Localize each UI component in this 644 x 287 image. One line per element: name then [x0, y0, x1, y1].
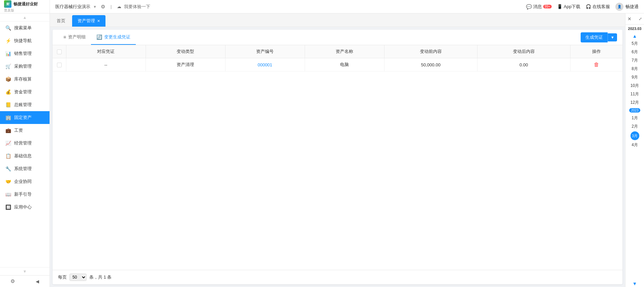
sub-tabs-bar: ≡ 资产明细 🔄 变更生成凭证 生成凭证 ▼ — [53, 30, 622, 45]
month-3-active[interactable]: 3月 — [625, 131, 644, 141]
th-asset-number: 资产编号 — [225, 45, 305, 58]
sidebar-item-search[interactable]: 🔍 搜索菜单 — [0, 22, 50, 34]
row-checkbox[interactable] — [57, 63, 62, 67]
month-4[interactable]: 4月 — [625, 141, 644, 149]
company-dropdown-icon[interactable]: ▼ — [93, 5, 97, 9]
sub-tab-asset-detail-label: 资产明细 — [68, 34, 86, 40]
sidebar-item-operations[interactable]: 📈 经营管理 — [0, 137, 50, 150]
sub-tab-asset-detail[interactable]: ≡ 资产明细 — [58, 30, 91, 45]
close-right-panel-icon[interactable]: ✕ — [627, 16, 632, 22]
th-action: 操作 — [570, 45, 622, 58]
online-service-button[interactable]: 🎧 在线客服 — [586, 4, 610, 10]
logo-area: 财 畅捷通好业财 普及版 — [0, 0, 50, 13]
month-9[interactable]: 9月 — [625, 73, 644, 82]
phone-icon: 📱 — [557, 4, 562, 9]
messages-button[interactable]: 💬 消息 99+ — [526, 4, 552, 10]
sidebar-item-label: 固定资产 — [14, 115, 32, 121]
col-voucher-label: 对应凭证 — [97, 49, 115, 54]
salary-icon: 💼 — [5, 128, 11, 133]
td-after-change: 0.00 — [477, 58, 570, 71]
sidebar-scroll-up[interactable]: ▲ — [0, 13, 50, 22]
sidebar-item-app-center[interactable]: 🔲 应用中心 — [0, 201, 50, 214]
month-2[interactable]: 2月 — [625, 122, 644, 131]
select-all-checkbox[interactable] — [57, 50, 62, 54]
user-profile[interactable]: 👤 畅捷通 — [615, 3, 639, 11]
online-service-label: 在线客服 — [592, 4, 610, 10]
generate-voucher-button[interactable]: 生成凭证 — [581, 32, 608, 42]
search-icon: 🔍 — [5, 25, 11, 31]
month-12[interactable]: 12月 — [625, 98, 644, 107]
month-5[interactable]: 5月 — [625, 39, 644, 48]
sidebar-item-label: 系统管理 — [14, 166, 32, 172]
td-asset-name: 电脑 — [305, 58, 384, 71]
expand-right-panel-icon[interactable]: ⤢ — [639, 17, 642, 21]
purchase-icon: 🛒 — [5, 64, 11, 69]
sidebar-item-salary[interactable]: 💼 工资 — [0, 124, 50, 137]
table-body: -- 资产清理 000001 电脑 — [53, 58, 622, 71]
fixed-assets-icon: 🏢 — [5, 115, 11, 120]
year-divider-2023: 2023 — [625, 107, 644, 114]
experience-text[interactable]: 我要体验一下 — [124, 4, 150, 10]
right-panel-nav-down[interactable]: ▼ — [625, 280, 644, 287]
settings-button[interactable]: ⚙ — [10, 278, 15, 284]
delete-row-icon[interactable]: 🗑 — [594, 62, 599, 67]
sub-tabs-right: 生成凭证 ▼ — [581, 32, 617, 42]
sidebar-item-finance[interactable]: 💰 资金管理 — [0, 86, 50, 98]
sidebar-item-fixed-assets[interactable]: 🏢 固定资产 — [0, 111, 50, 124]
sidebar-item-label: 销售管理 — [14, 51, 32, 57]
month-8[interactable]: 8月 — [625, 65, 644, 73]
th-change-type: 变动类型 — [146, 45, 225, 58]
month-10[interactable]: 10月 — [625, 82, 644, 90]
dropdown-arrow-icon: ▼ — [611, 35, 614, 39]
month-1[interactable]: 1月 — [625, 114, 644, 122]
tutorial-icon: 📖 — [5, 192, 11, 197]
col-change-type-label: 变动类型 — [177, 49, 194, 54]
month-7[interactable]: 7月 — [625, 56, 644, 65]
basic-info-icon: 📋 — [5, 153, 11, 159]
sidebar-item-sales[interactable]: 📊 销售管理 — [0, 47, 50, 60]
sidebar-scroll-down[interactable]: ▼ — [0, 267, 50, 275]
sidebar-item-basic-info[interactable]: 📋 基础信息 — [0, 150, 50, 162]
sidebar-item-tutorial[interactable]: 📖 新手引导 — [0, 188, 50, 201]
system-icon: 🔧 — [5, 166, 11, 171]
td-checkbox — [53, 58, 66, 71]
col-action-label: 操作 — [592, 49, 601, 54]
tab-asset-management[interactable]: 资产管理 ✕ — [72, 15, 105, 27]
service-icon: 🎧 — [586, 4, 591, 9]
row-voucher: -- — [104, 62, 108, 67]
right-panel-nav-up[interactable]: ▲ — [625, 33, 644, 39]
right-panel: ✕ ⤢ 2023.03 ▲ 5月 6月 7月 — [625, 13, 644, 287]
collapse-sidebar-button[interactable]: ◀ — [36, 279, 39, 284]
active-month-badge: 3月 — [631, 131, 639, 140]
sidebar-item-ledger[interactable]: 📒 总账管理 — [0, 98, 50, 111]
sidebar-item-label: 工资 — [14, 127, 23, 133]
close-tab-icon[interactable]: ✕ — [97, 19, 100, 23]
total-label: 条，共 1 条 — [89, 274, 112, 280]
company-name[interactable]: 医疗器械行业演示 — [55, 4, 90, 10]
month-11[interactable]: 11月 — [625, 90, 644, 98]
per-page-select[interactable]: 20 50 100 — [69, 274, 87, 281]
sidebar-item-purchase[interactable]: 🛒 采购管理 — [0, 60, 50, 73]
sub-tab-generate-voucher[interactable]: 🔄 变更生成凭证 — [91, 30, 136, 45]
message-icon: 💬 — [526, 4, 532, 9]
month-6[interactable]: 6月 — [625, 48, 644, 56]
table-wrapper: 对应凭证 变动类型 资产编号 资产名称 — [53, 45, 622, 270]
app-download-label: App下载 — [564, 4, 580, 10]
chevron-down-icon: ▼ — [23, 269, 27, 274]
generate-voucher-dropdown-button[interactable]: ▼ — [608, 33, 617, 41]
sidebar-item-system[interactable]: 🔧 系统管理 — [0, 162, 50, 175]
th-checkbox — [53, 45, 66, 58]
messages-label: 消息 — [533, 4, 542, 10]
row-asset-number[interactable]: 000001 — [257, 62, 272, 67]
panel-down-icon: ▼ — [633, 281, 637, 286]
topbar-right: 💬 消息 99+ 📱 App下载 🎧 在线客服 👤 畅捷通 — [521, 3, 644, 11]
sidebar-item-quick-nav[interactable]: ⚡ 快捷导航 — [0, 34, 50, 47]
sidebar-item-inventory[interactable]: 📦 库存核算 — [0, 73, 50, 86]
gear-icon[interactable]: ⚙ — [101, 4, 105, 10]
sidebar-item-enterprise[interactable]: 🤝 企业协同 — [0, 175, 50, 188]
sidebar-item-label: 库存核算 — [14, 76, 32, 82]
row-change-type: 资产清理 — [177, 62, 194, 67]
app-download-button[interactable]: 📱 App下载 — [557, 4, 580, 10]
data-table: 对应凭证 变动类型 资产编号 资产名称 — [53, 45, 622, 71]
tab-home[interactable]: 首页 — [50, 15, 72, 27]
